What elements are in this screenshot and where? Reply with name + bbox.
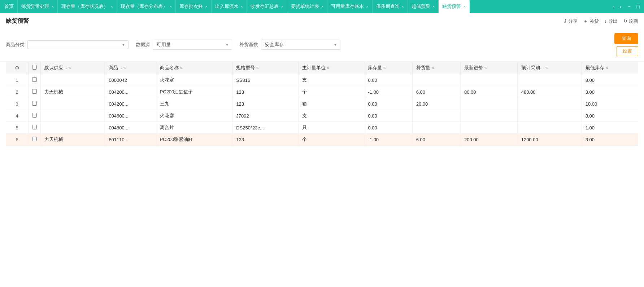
tab-flow[interactable]: 出入库流水 × bbox=[212, 0, 247, 13]
close-tab-flow[interactable]: × bbox=[241, 4, 243, 9]
row-stock-6: -1.00 bbox=[364, 134, 412, 146]
unit-sort-icon: ⇅ bbox=[327, 66, 330, 70]
th-settings[interactable]: ⚙ bbox=[6, 62, 29, 74]
replenish-button[interactable]: ＋ 补货 bbox=[583, 18, 599, 25]
row-checkbox-cell-4[interactable] bbox=[29, 110, 41, 122]
close-tab-picking[interactable]: × bbox=[52, 4, 54, 9]
row-latest-price-2: 80.00 bbox=[461, 86, 518, 98]
row-num-3: 3 bbox=[6, 98, 29, 110]
tab-summary[interactable]: 收发存汇总表 × bbox=[247, 0, 287, 13]
category-arrow-icon: ▾ bbox=[122, 42, 125, 47]
th-estimated-purchase[interactable]: 预计采购... ⇅ bbox=[517, 62, 582, 74]
share-icon: ⤴ bbox=[564, 18, 567, 24]
th-supplier[interactable]: 默认供应... ⇅ bbox=[41, 62, 105, 74]
tab-home[interactable]: 首页 bbox=[1, 0, 18, 13]
table-row: 4 004600... 火花塞 J7092 支 0.00 8.00 bbox=[6, 110, 638, 122]
th-unit[interactable]: 主计量单位 ⇅ bbox=[299, 62, 364, 74]
close-tab-shortage[interactable]: × bbox=[463, 4, 465, 9]
table-row: 6 力天机械 801110... PC200张紧油缸 123 个 -1.00 6… bbox=[6, 134, 638, 146]
tab-bar: 首页 拣货异常处理 × 现存量（库存状况表） × 现存量（库存分布表） × 库存… bbox=[0, 0, 644, 13]
th-code[interactable]: 商品... ⇅ bbox=[105, 62, 156, 74]
row-supplier-3 bbox=[41, 98, 105, 110]
th-min-stock[interactable]: 最低库存 ⇅ bbox=[582, 62, 638, 74]
replenish-base-filter-group: 补货基数 安全库存 ▾ bbox=[239, 40, 340, 50]
close-tab-available[interactable]: × bbox=[366, 4, 368, 9]
row-estimated-purchase-6: 1200.00 bbox=[517, 134, 582, 146]
row-replenish-3: 20.00 bbox=[412, 98, 460, 110]
page-header: 缺货预警 ⤴ 分享 ＋ 补货 ↓ 导出 ↻ 刷新 bbox=[0, 13, 644, 28]
filter-btn-area: 查询 设置 bbox=[614, 33, 638, 56]
export-icon: ↓ bbox=[605, 18, 607, 24]
row-spec-4: J7092 bbox=[232, 110, 299, 122]
tab-inventory-dist[interactable]: 现存量（库存分布表） × bbox=[117, 0, 176, 13]
tab-shortage[interactable]: 缺货预警 × bbox=[439, 0, 469, 13]
category-select[interactable]: ▾ bbox=[27, 40, 129, 49]
close-tab-inventory-dist[interactable]: × bbox=[170, 4, 172, 9]
row-checkbox-cell-5[interactable] bbox=[29, 122, 41, 134]
tab-maximize-btn[interactable]: □ bbox=[635, 3, 642, 10]
query-button[interactable]: 查询 bbox=[614, 33, 638, 44]
row-num-2: 2 bbox=[6, 86, 29, 98]
row-supplier-5 bbox=[41, 122, 105, 134]
select-all-checkbox[interactable] bbox=[32, 65, 37, 70]
row-checkbox-cell-3[interactable] bbox=[29, 98, 41, 110]
th-stock[interactable]: 库存量 ⇅ bbox=[364, 62, 412, 74]
row-checkbox-1[interactable] bbox=[32, 77, 37, 82]
row-estimated-purchase-5 bbox=[517, 122, 582, 134]
close-tab-overstock[interactable]: × bbox=[432, 4, 435, 9]
row-name-2: PC200油缸缸子 bbox=[156, 86, 232, 98]
tab-expiry[interactable]: 保质期查询 × bbox=[373, 0, 408, 13]
row-checkbox-3[interactable] bbox=[32, 101, 37, 106]
row-min-stock-6: 3.00 bbox=[582, 134, 638, 146]
tab-minimize-btn[interactable]: － bbox=[625, 3, 634, 10]
row-checkbox-cell-1[interactable] bbox=[29, 74, 41, 86]
table-container: ⚙ 默认供应... ⇅ 商品... ⇅ bbox=[0, 62, 644, 146]
row-code-1: 0000042 bbox=[105, 74, 156, 86]
row-min-stock-4: 8.00 bbox=[582, 110, 638, 122]
close-tab-batch[interactable]: × bbox=[205, 4, 207, 9]
row-checkbox-6[interactable] bbox=[32, 137, 37, 141]
th-latest-price[interactable]: 最新进价 ⇅ bbox=[461, 62, 518, 74]
close-tab-order-stats[interactable]: × bbox=[321, 4, 323, 9]
min-stock-sort-icon: ⇅ bbox=[605, 66, 608, 70]
th-name[interactable]: 商品名称 ⇅ bbox=[156, 62, 232, 74]
datasource-select[interactable]: 可用量 ▾ bbox=[153, 40, 232, 50]
row-checkbox-cell-2[interactable] bbox=[29, 86, 41, 98]
tab-overstock[interactable]: 超储预警 × bbox=[408, 0, 439, 13]
tab-picking[interactable]: 拣货异常处理 × bbox=[18, 0, 58, 13]
row-num-5: 5 bbox=[6, 122, 29, 134]
row-latest-price-4 bbox=[461, 110, 518, 122]
tab-inventory-status[interactable]: 现存量（库存状况表） × bbox=[58, 0, 117, 13]
category-filter-group: 商品分类 ▾ bbox=[6, 40, 129, 49]
th-replenish[interactable]: 补货量 ⇅ bbox=[412, 62, 460, 74]
row-checkbox-cell-6[interactable] bbox=[29, 134, 41, 146]
row-stock-2: -1.00 bbox=[364, 86, 412, 98]
replenish-base-value: 安全库存 bbox=[265, 41, 284, 48]
table-gear-icon[interactable]: ⚙ bbox=[15, 65, 19, 71]
row-unit-4: 支 bbox=[299, 110, 364, 122]
close-tab-expiry[interactable]: × bbox=[402, 4, 404, 9]
tab-prev-btn[interactable]: ‹ bbox=[611, 3, 617, 10]
close-tab-summary[interactable]: × bbox=[281, 4, 283, 9]
row-checkbox-4[interactable] bbox=[32, 113, 37, 118]
tab-next-btn[interactable]: › bbox=[618, 3, 624, 10]
row-checkbox-2[interactable] bbox=[32, 89, 37, 94]
datasource-label: 数据源 bbox=[136, 41, 150, 48]
datasource-filter-group: 数据源 可用量 ▾ bbox=[136, 40, 232, 50]
tab-order-stats[interactable]: 要货单统计表 × bbox=[287, 0, 327, 13]
replenish-base-select[interactable]: 安全库存 ▾ bbox=[261, 40, 340, 50]
export-button[interactable]: ↓ 导出 bbox=[605, 18, 618, 25]
refresh-button[interactable]: ↻ 刷新 bbox=[623, 18, 638, 25]
tab-batch[interactable]: 库存批次账 × bbox=[176, 0, 211, 13]
row-supplier-1 bbox=[41, 74, 105, 86]
stock-sort-icon: ⇅ bbox=[383, 66, 386, 70]
tab-available[interactable]: 可用量库存账本 × bbox=[327, 0, 372, 13]
settings-button[interactable]: 设置 bbox=[617, 46, 638, 56]
table-row: 1 0000042 火花塞 SS816 支 0.00 8.00 bbox=[6, 74, 638, 86]
th-spec[interactable]: 规格型号 ⇅ bbox=[232, 62, 299, 74]
replenish-icon: ＋ bbox=[583, 18, 588, 25]
row-stock-5: 0.00 bbox=[364, 122, 412, 134]
close-tab-inventory-status[interactable]: × bbox=[110, 4, 113, 9]
share-button[interactable]: ⤴ 分享 bbox=[564, 18, 578, 25]
row-checkbox-5[interactable] bbox=[32, 125, 37, 129]
